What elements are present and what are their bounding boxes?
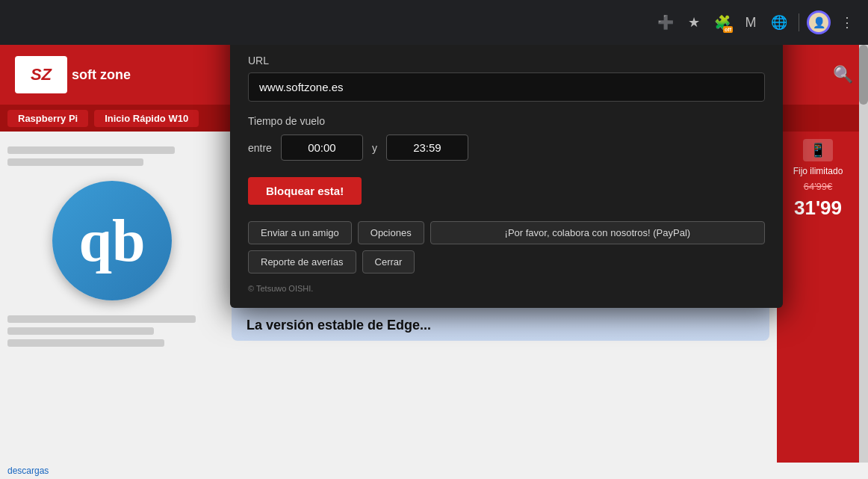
toolbar-divider [799, 13, 799, 31]
block-button[interactable]: Bloquear esta! [248, 177, 362, 205]
modal-footer: © Tetsuwo OISHI. [248, 284, 765, 293]
time-start-input[interactable] [281, 135, 363, 161]
modal-bottom-row-2: Reporte de averías Cerrar [248, 250, 765, 274]
report-button[interactable]: Reporte de averías [248, 250, 356, 274]
avatar: 👤 [809, 13, 828, 32]
between-label: entre [248, 142, 272, 154]
close-button[interactable]: Cerrar [362, 250, 415, 274]
modal-overlay: 🐦 Website Blocker (Beta) URL Tiempo de v… [0, 45, 868, 479]
time-end-input[interactable] [386, 135, 468, 161]
add-tab-button[interactable]: ➕ [654, 10, 678, 34]
modal-bottom-row-1: Enviar a un amigo Opciones ¡Por favor, c… [248, 221, 765, 244]
url-label: URL [248, 55, 765, 67]
bookmark-button[interactable]: ★ [682, 10, 706, 34]
url-input[interactable] [248, 72, 765, 102]
options-button[interactable]: Opciones [358, 221, 424, 244]
time-separator: y [372, 142, 377, 154]
browser-toolbar: ➕ ★ 🧩 off M 🌐 👤 ⋮ [654, 10, 859, 34]
extension-globe-button[interactable]: 🌐 [767, 10, 791, 34]
profile-button[interactable]: 👤 [807, 10, 831, 34]
paypal-button[interactable]: ¡Por favor, colabora con nosotros! (PayP… [430, 221, 765, 244]
extension-m-button[interactable]: M [739, 10, 763, 34]
time-row: entre y [248, 135, 765, 161]
page-background: SZ soft zone 🔍 Raspberry Pi Inicio Rápid… [0, 45, 868, 479]
send-friend-button[interactable]: Enviar a un amigo [248, 221, 352, 244]
website-blocker-modal: 🐦 Website Blocker (Beta) URL Tiempo de v… [230, 45, 783, 308]
off-badge: off [723, 26, 733, 33]
extension-off-button[interactable]: 🧩 off [710, 10, 734, 34]
more-options-button[interactable]: ⋮ [835, 10, 859, 34]
time-section-label: Tiempo de vuelo [248, 115, 765, 127]
browser-bar: ➕ ★ 🧩 off M 🌐 👤 ⋮ [0, 0, 868, 45]
